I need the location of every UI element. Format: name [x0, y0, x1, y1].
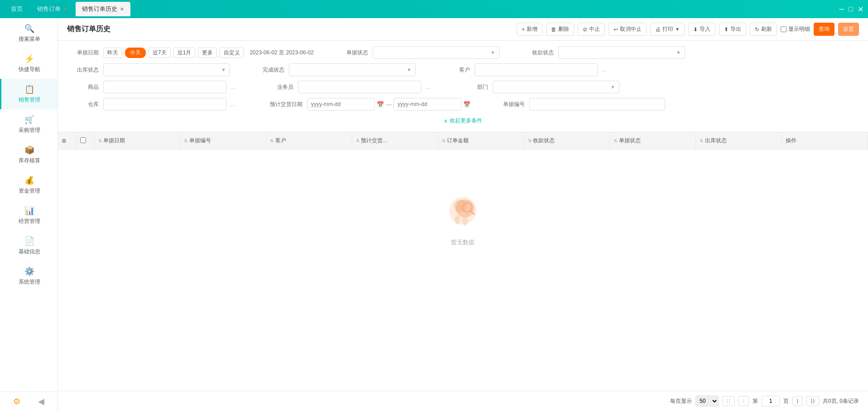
sidebar-item-inventory[interactable]: 📦 库存核算 [0, 140, 58, 170]
complete-status-label: 完成状态 [253, 66, 284, 74]
payment-status-select[interactable]: ▼ [558, 46, 685, 59]
display-toggle-checkbox[interactable] [781, 26, 786, 32]
delete-icon: 🗑 [551, 26, 556, 33]
select-all-checkbox[interactable] [80, 137, 86, 143]
cancel-stop-icon: ↩ [614, 26, 618, 33]
refresh-label: 刷新 [761, 25, 772, 33]
collapse-label: 收起更多条件 [450, 117, 482, 125]
table-settings-icon[interactable]: ⚙ [62, 138, 67, 144]
th-order-amount-sort-icon[interactable]: ⇅ [442, 138, 446, 143]
settings-button[interactable]: 设置 [838, 23, 859, 36]
th-bill-date-sort-icon[interactable]: ⇅ [98, 138, 102, 143]
print-button[interactable]: 🖨 打印 ▼ [650, 23, 685, 36]
total-info: 共0页, 0条记录 [823, 397, 859, 405]
display-toggle[interactable]: 显示明细 [781, 25, 810, 33]
tab-home[interactable]: 首页 [5, 2, 29, 16]
date-yesterday[interactable]: 昨天 [103, 48, 122, 58]
delivery-date-to[interactable] [393, 98, 461, 111]
salesperson-input[interactable] [298, 81, 421, 93]
sidebar-item-finance-label: 资金管理 [19, 187, 40, 195]
data-table: ⚙ ⇅ 单据日期 ⇅ 单据编号 [58, 132, 868, 283]
sidebar-item-operations[interactable]: 📊 经营管理 [0, 200, 58, 231]
window-close[interactable]: ✕ [858, 5, 863, 14]
pagination: 每页显示 10 20 50 100 ⟨⟨ ⟨ 第 页 ⟩ ⟩⟩ 共0页, 0条记… [58, 391, 868, 411]
tab-sales-order-history-label: 销售订单历史 [82, 5, 117, 13]
th-bill-no-sort-icon[interactable]: ⇅ [184, 138, 187, 143]
th-bill-status: ⇅ 单据状态 [610, 132, 696, 150]
page-header: 销售订单历史 + 新增 🗑 删除 ⊘ 中止 ↩ 取消中止 [58, 18, 868, 41]
sales-mgmt-icon: 📋 [24, 84, 34, 94]
per-page-select[interactable]: 10 20 50 100 [695, 396, 719, 406]
per-page-label: 每页显示 [670, 397, 692, 405]
page-first-btn[interactable]: ⟨⟨ [722, 396, 735, 406]
empty-text: 暂无数据 [451, 238, 475, 247]
date-custom[interactable]: 自定义 [220, 48, 244, 58]
delete-button[interactable]: 🗑 删除 [546, 23, 574, 36]
goods-ellipsis[interactable]: … [226, 82, 239, 92]
calendar-to-icon[interactable]: 📅 [463, 101, 470, 108]
tab-sales-order-history-close[interactable]: ✕ [120, 6, 124, 12]
tab-sales-order-close[interactable]: ✕ [63, 6, 67, 12]
stop-icon: ⊘ [583, 26, 587, 33]
page-prev-btn[interactable]: ⟨ [739, 396, 749, 406]
import-button[interactable]: ⬇ 导入 [688, 23, 715, 36]
export-button[interactable]: ⬆ 导出 [719, 23, 746, 36]
date-today[interactable]: 今天 [125, 48, 146, 58]
th-bill-date-label: 单据日期 [103, 137, 125, 144]
delivery-date-from[interactable] [307, 98, 375, 111]
sidebar-item-search-menu-label: 搜索菜单 [19, 35, 40, 43]
calendar-from-icon[interactable]: 📅 [377, 101, 384, 108]
th-payment-status-sort-icon[interactable]: ⇅ [528, 138, 532, 143]
department-select[interactable]: ▼ [493, 81, 619, 93]
warehouse-ellipsis[interactable]: … [226, 99, 239, 109]
stop-button[interactable]: ⊘ 中止 [578, 23, 605, 36]
cancel-stop-button[interactable]: ↩ 取消中止 [609, 23, 647, 36]
collapse-button[interactable]: ∧ 收起更多条件 [67, 115, 859, 126]
sidebar-item-quick-nav-label: 快捷导航 [19, 66, 40, 73]
filter-row-2: 出库状态 ▼ 完成状态 ▼ 客户 … [67, 63, 859, 76]
tab-sales-order-history[interactable]: 销售订单历史 ✕ [76, 2, 130, 16]
inventory-icon: 📦 [24, 145, 34, 155]
date-7days[interactable]: 近7天 [149, 48, 171, 58]
sidebar-item-quick-nav[interactable]: ⚡ 快捷导航 [0, 48, 58, 79]
print-label: 打印 [662, 25, 673, 33]
window-minimize[interactable]: ─ [839, 5, 844, 13]
th-outbound-status-sort-icon[interactable]: ⇅ [700, 138, 703, 143]
bill-no-input[interactable] [529, 98, 665, 111]
th-delivery-date-sort-icon[interactable]: ⇅ [356, 138, 360, 143]
sidebar-item-sales-mgmt[interactable]: 📋 销售管理 [0, 79, 58, 109]
th-payment-status: ⇅ 收款状态 [524, 132, 610, 150]
sidebar-item-purchase-mgmt[interactable]: 🛒 采购管理 [0, 109, 58, 140]
complete-status-select[interactable]: ▼ [289, 63, 416, 76]
new-button[interactable]: + 新增 [517, 23, 542, 36]
customer-input[interactable] [475, 63, 598, 76]
bill-status-select[interactable]: ▼ [373, 46, 499, 59]
system-mgmt-icon: ⚙️ [24, 266, 34, 276]
page-last-btn[interactable]: ⟩⟩ [806, 396, 819, 406]
date-1month[interactable]: 近1月 [173, 48, 196, 58]
date-more[interactable]: 更多 [198, 48, 217, 58]
export-icon: ⬆ [724, 26, 729, 33]
th-customer-sort-icon[interactable]: ⇅ [270, 138, 273, 143]
sidebar-item-search-menu[interactable]: 🔍 搜索菜单 [0, 18, 58, 48]
page-next-btn[interactable]: ⟩ [792, 396, 803, 406]
sidebar-item-basic-info[interactable]: 📄 基础信息 [0, 231, 58, 261]
sidebar-item-system-mgmt[interactable]: ⚙️ 系统管理 [0, 261, 58, 291]
th-bill-status-sort-icon[interactable]: ⇅ [614, 138, 617, 143]
top-nav: 首页 销售订单 ✕ 销售订单历史 ✕ ─ □ ✕ [0, 0, 868, 18]
warehouse-input[interactable] [103, 98, 226, 111]
query-button[interactable]: 查询 [814, 23, 834, 36]
page-input[interactable] [762, 396, 780, 406]
goods-input[interactable] [103, 81, 226, 93]
sidebar-collapse-icon[interactable]: ◀ [38, 396, 44, 406]
outbound-status-select[interactable]: ▼ [103, 63, 230, 76]
quick-nav-icon: ⚡ [24, 54, 34, 64]
window-maximize[interactable]: □ [849, 5, 853, 13]
sidebar-item-finance[interactable]: 💰 资金管理 [0, 170, 58, 200]
customer-ellipsis[interactable]: … [598, 65, 610, 75]
sidebar-settings-icon[interactable]: ⚙ [13, 396, 20, 406]
tab-sales-order[interactable]: 销售订单 ✕ [31, 2, 74, 16]
settings-label: 设置 [843, 25, 854, 33]
refresh-button[interactable]: ↻ 刷新 [750, 23, 777, 36]
salesperson-ellipsis[interactable]: … [421, 82, 434, 92]
